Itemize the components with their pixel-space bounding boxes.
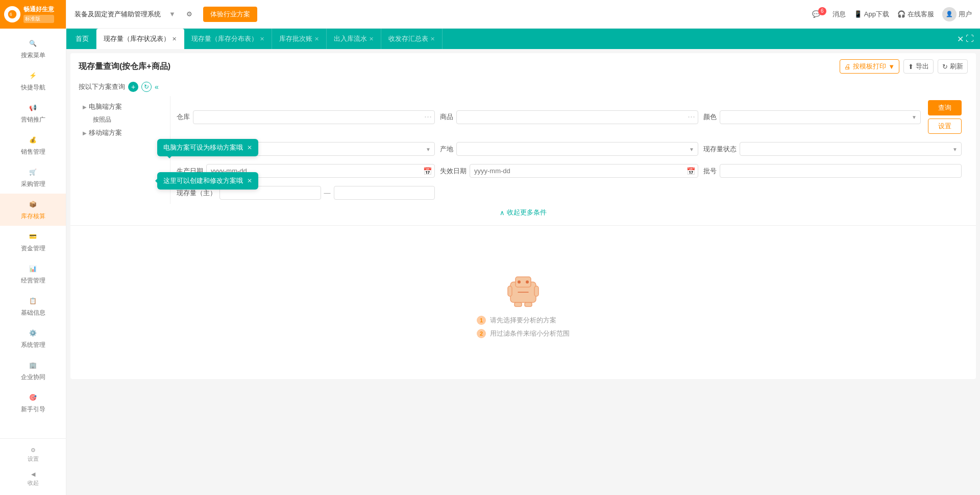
mobile-scheme-node[interactable]: ▶ 移动端方案 xyxy=(79,126,170,139)
page-title: 现存量查询(按仓库+商品) xyxy=(79,61,170,72)
filter-origin: 产地 ▼ xyxy=(440,142,698,156)
sidebar-item-operation[interactable]: 📊 经营管理 xyxy=(0,258,66,290)
print-btn[interactable]: 🖨 按模板打印 ▼ xyxy=(840,59,899,74)
sidebar-item-nav[interactable]: ⚡ 快捷导航 xyxy=(0,65,66,97)
tab-batch-ledger-close[interactable]: ✕ xyxy=(314,36,319,42)
filter-fields: 仓库 ··· 商品 ··· xyxy=(170,96,968,204)
tab-batch-ledger[interactable]: 库存批次账 ✕ xyxy=(272,29,327,49)
warehouse-dots[interactable]: ··· xyxy=(424,111,432,122)
sidebar-item-finance[interactable]: 💳 资金管理 xyxy=(0,226,66,258)
topbar: 装备及固定资产辅助管理系统 ▼ ⚙ 体验行业方案 💬 6 消息 📱 App下载 … xyxy=(66,0,980,29)
query-btn[interactable]: 查询 xyxy=(928,100,962,115)
user-btn[interactable]: 👤 用户 xyxy=(942,7,972,21)
service-icon: 🎧 xyxy=(897,10,905,18)
filter-warehouse: 仓库 ··· xyxy=(177,100,435,134)
sidebar-settings[interactable]: ⚙ 设置 xyxy=(0,443,66,467)
pc-scheme-node[interactable]: ▶ 电脑端方案 xyxy=(79,100,170,113)
color-select[interactable] xyxy=(720,110,921,124)
tooltip-scheme-create: 这里可以创建和修改方案哦 ✕ xyxy=(157,172,258,190)
sidebar-item-search[interactable]: 🔍 搜索菜单 xyxy=(0,33,66,65)
refresh-btn[interactable]: ↻ 刷新 xyxy=(938,59,968,74)
origin-select[interactable] xyxy=(456,142,698,156)
service-btn[interactable]: 🎧 在线客服 xyxy=(897,10,934,19)
logo-icon: 6 xyxy=(4,6,20,22)
sidebar-item-guide[interactable]: 🎯 新手引导 xyxy=(0,387,66,419)
tab-fullscreen[interactable]: ⛶ xyxy=(966,34,974,44)
filter-action-btns: 查询 设置 xyxy=(928,100,962,134)
pc-scheme-child-1[interactable]: 按照品 xyxy=(89,113,170,126)
goods-input[interactable] xyxy=(456,110,698,124)
pc-scheme-arrow: ▶ xyxy=(83,104,87,110)
page-header: 现存量查询(按仓库+商品) 🖨 按模板打印 ▼ ⬆ 导出 ↻ 刷新 xyxy=(70,53,976,78)
enterprise-icon: 🏢 xyxy=(28,360,39,371)
topbar-gear-button[interactable]: ⚙ xyxy=(182,7,197,22)
tooltip2-close[interactable]: ✕ xyxy=(247,177,252,184)
sidebar-collapse[interactable]: ◀ 收起 xyxy=(0,467,66,491)
basic-icon: 📋 xyxy=(28,295,39,307)
sidebar-item-inventory[interactable]: 📦 库存核算 xyxy=(0,194,66,226)
app-icon: 📱 xyxy=(854,10,862,18)
tab-inventory-dist-close[interactable]: ✕ xyxy=(260,36,264,42)
tooltip1-close[interactable]: ✕ xyxy=(247,144,252,151)
tab-close-all[interactable]: ✕ xyxy=(957,34,964,44)
filter-row-2: 尺码 ▼ 产地 ▼ xyxy=(177,138,962,160)
scheme-tree-panel: ▶ 电脑端方案 按照品 ▶ 移动端方案 xyxy=(79,96,170,204)
tab-inventory-status[interactable]: 现存量（库存状况表） ✕ xyxy=(96,29,184,49)
warehouse-input[interactable] xyxy=(193,110,435,124)
svg-rect-7 xyxy=(534,286,538,296)
filter-row-1: 仓库 ··· 商品 ··· xyxy=(177,96,962,138)
message-btn[interactable]: 💬 6 消息 xyxy=(812,10,846,19)
filter-row-3: 生产日期 📅 失效日期 📅 xyxy=(177,160,962,182)
logo-badge: 标准版 xyxy=(23,15,54,23)
trial-btn[interactable]: 体验行业方案 xyxy=(203,7,257,22)
stock-main-max[interactable] xyxy=(334,186,435,200)
tab-receive-summary-close[interactable]: ✕ xyxy=(430,36,435,42)
sidebar-item-system[interactable]: ⚙️ 系统管理 xyxy=(0,322,66,355)
sidebar-item-marketing[interactable]: 📢 营销推广 xyxy=(0,97,66,129)
svg-rect-8 xyxy=(514,302,522,307)
filter-color: 颜色 ▼ 查询 设置 xyxy=(703,100,962,134)
sidebar-item-sales[interactable]: 💰 销售管理 xyxy=(0,129,66,161)
expire-date-input[interactable] xyxy=(470,164,698,178)
app-download-btn[interactable]: 📱 App下载 xyxy=(854,10,889,19)
message-badge: 6 xyxy=(818,7,826,15)
collapse-up-icon: ∧ xyxy=(500,209,505,217)
export-btn[interactable]: ⬆ 导出 xyxy=(903,59,934,74)
svg-point-5 xyxy=(526,280,529,284)
tab-receive-summary[interactable]: 收发存汇总表 ✕ xyxy=(381,29,443,49)
collapse-icon: ◀ xyxy=(31,471,35,478)
collapse-bar[interactable]: ∧ 收起更多条件 xyxy=(79,204,968,221)
filter-add-btn[interactable]: + xyxy=(128,82,138,92)
batch-input[interactable] xyxy=(720,164,962,178)
content-area: 现存量查询(按仓库+商品) 🖨 按模板打印 ▼ ⬆ 导出 ↻ 刷新 xyxy=(70,53,976,379)
user-avatar: 👤 xyxy=(942,7,957,21)
goods-dots[interactable]: ··· xyxy=(688,111,695,122)
tab-home[interactable]: 首页 xyxy=(68,29,96,49)
filter-label-row: 按以下方案查询 + ↻ « 电脑方案可设为移动方案哦 ✕ 这里可以创建和修改方案… xyxy=(79,82,968,92)
operation-icon: 📊 xyxy=(28,263,39,274)
tab-inventory-status-close[interactable]: ✕ xyxy=(172,36,177,42)
set-btn[interactable]: 设置 xyxy=(928,119,962,134)
svg-text:6: 6 xyxy=(10,12,12,17)
main-area: 装备及固定资产辅助管理系统 ▼ ⚙ 体验行业方案 💬 6 消息 📱 App下载 … xyxy=(66,0,980,495)
topbar-right: 💬 6 消息 📱 App下载 🎧 在线客服 👤 用户 xyxy=(812,7,972,21)
produce-date-calendar-icon[interactable]: 📅 xyxy=(423,167,432,175)
sales-icon: 💰 xyxy=(28,134,39,146)
tab-in-out-flow-close[interactable]: ✕ xyxy=(369,36,374,42)
sidebar-item-basic[interactable]: 📋 基础信息 xyxy=(0,290,66,322)
filter-goods: 商品 ··· xyxy=(440,100,698,134)
sidebar-item-enterprise[interactable]: 🏢 企业协同 xyxy=(0,355,66,387)
tab-inventory-dist[interactable]: 现存量（库存分布表） ✕ xyxy=(184,29,272,49)
sidebar-nav: 🔍 搜索菜单 ⚡ 快捷导航 📢 营销推广 💰 销售管理 🛒 采购管理 📦 库存核… xyxy=(0,29,66,438)
filter-prev-arrow[interactable]: « xyxy=(155,83,159,91)
tab-in-out-flow[interactable]: 出入库流水 ✕ xyxy=(327,29,381,49)
filter-refresh-btn[interactable]: ↻ xyxy=(141,82,152,92)
empty-illustration xyxy=(498,267,549,308)
system-name: 装备及固定资产辅助管理系统 xyxy=(75,10,161,19)
expire-date-calendar-icon[interactable]: 📅 xyxy=(687,167,695,175)
stock-status-select[interactable] xyxy=(740,142,962,156)
sidebar-item-purchase[interactable]: 🛒 采购管理 xyxy=(0,161,66,194)
marketing-icon: 📢 xyxy=(28,102,39,113)
page-content: 现存量查询(按仓库+商品) 🖨 按模板打印 ▼ ⬆ 导出 ↻ 刷新 xyxy=(66,49,980,495)
refresh-icon: ↻ xyxy=(942,63,948,70)
